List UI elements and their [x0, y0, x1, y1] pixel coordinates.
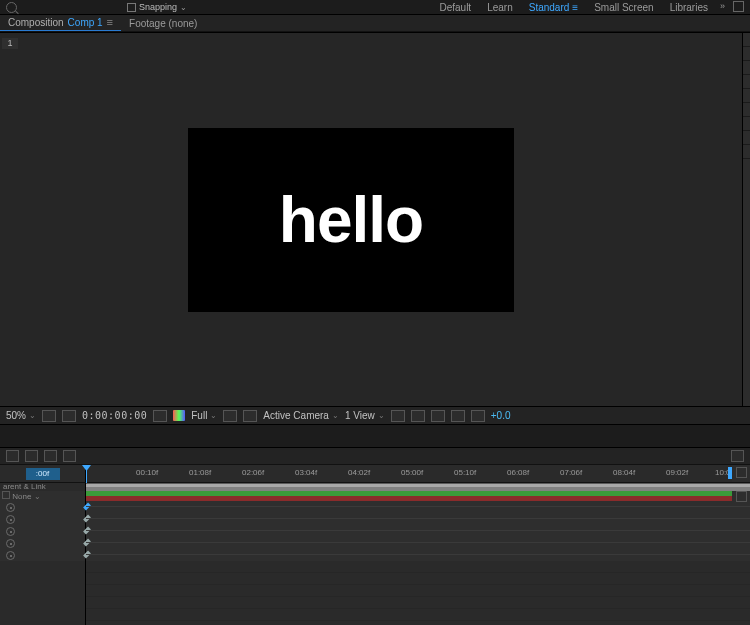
graph-editor-icon[interactable] [731, 450, 744, 462]
viewer-footer: 50% ⌄ 0:00:00:00 Full ⌄ Active Camera ⌄ … [0, 407, 750, 425]
composition-canvas[interactable]: hello [188, 128, 514, 312]
more-workspaces-icon[interactable]: » [720, 1, 725, 14]
work-area-row: arent & Link [0, 483, 750, 491]
views-dropdown[interactable]: 1 View ⌄ [345, 410, 385, 421]
time-ruler-row: :00f 00:10f 01:08f 02:06f 03:04f 04:02f … [0, 465, 750, 483]
views-value: 1 View [345, 410, 375, 421]
workspace-learn[interactable]: Learn [483, 1, 517, 14]
search-icon[interactable] [6, 2, 17, 13]
transform-properties [0, 501, 750, 561]
property-row[interactable] [0, 537, 750, 549]
snapshot-icon[interactable] [153, 410, 167, 422]
parent-dropdown[interactable]: None ⌄ [2, 492, 41, 501]
resolution-dropdown[interactable]: Full ⌄ [191, 410, 217, 421]
panel-gap [0, 425, 750, 447]
view-option-icon[interactable] [411, 410, 425, 422]
tab-menu-icon[interactable]: ≡ [107, 17, 113, 28]
ruler-tick: 04:02f [348, 468, 370, 477]
ruler-tick: 08:04f [613, 468, 635, 477]
camera-dropdown[interactable]: Active Camera ⌄ [263, 410, 339, 421]
work-area-bar[interactable] [86, 483, 750, 491]
composition-viewer[interactable]: 1 hello [0, 32, 750, 407]
ruler-tick: 02:06f [242, 468, 264, 477]
viewer-number-badge: 1 [2, 38, 18, 49]
stopwatch-icon[interactable] [6, 539, 15, 548]
menu-icon: ≡ [572, 2, 578, 13]
snapping-toggle[interactable]: Snapping ⌄ [127, 2, 187, 12]
resolution-value: Full [191, 410, 207, 421]
stopwatch-icon[interactable] [6, 515, 15, 524]
footage-tab[interactable]: Footage (none) [121, 18, 205, 29]
tab-prefix: Composition [8, 17, 64, 28]
workspace-default[interactable]: Default [435, 1, 475, 14]
property-row[interactable] [0, 501, 750, 513]
ruler-tick: 06:08f [507, 468, 529, 477]
panel-tabs: Composition Comp 1 ≡ Footage (none) [0, 14, 750, 32]
playhead-time: :00f [26, 468, 60, 480]
view-option-icon[interactable] [431, 410, 445, 422]
camera-value: Active Camera [263, 410, 329, 421]
layer-row[interactable]: None ⌄ [0, 491, 750, 501]
time-ruler[interactable]: 00:10f 01:08f 02:06f 03:04f 04:02f 05:00… [86, 465, 732, 482]
ruler-tick: 05:10f [454, 468, 476, 477]
chevron-down-icon: ⌄ [378, 411, 385, 420]
parent-link-header: arent & Link [0, 483, 86, 491]
mask-icon[interactable] [62, 410, 76, 422]
empty-track-area[interactable] [0, 561, 750, 625]
chevron-down-icon: ⌄ [332, 411, 339, 420]
property-row[interactable] [0, 549, 750, 561]
workspace-standard[interactable]: Standard ≡ [525, 1, 582, 14]
grid-icon[interactable] [42, 410, 56, 422]
composition-name: Comp 1 [68, 17, 103, 28]
layer-switch-icon[interactable] [63, 450, 76, 462]
right-tool-rail [742, 33, 750, 406]
transparency-icon[interactable] [223, 410, 237, 422]
exposure-value[interactable]: +0.0 [491, 410, 511, 421]
current-timecode[interactable]: 0:00:00:00 [82, 410, 147, 421]
layer-duration-bar[interactable] [86, 491, 732, 501]
view-option-icon[interactable] [451, 410, 465, 422]
ruler-tick: 00:10f [136, 468, 158, 477]
zoom-value: 50% [6, 410, 26, 421]
property-row[interactable] [0, 525, 750, 537]
chevron-down-icon: ⌄ [34, 492, 41, 501]
pickwhip-icon[interactable] [2, 491, 10, 499]
snapping-label: Snapping [139, 2, 177, 12]
comp-marker-icon[interactable] [736, 467, 747, 478]
channel-icon[interactable] [173, 410, 185, 421]
checkbox-icon [127, 3, 136, 12]
playhead-chip[interactable]: :00f [0, 465, 86, 482]
workspace-switcher: Default Learn Standard ≡ Small Screen Li… [435, 1, 750, 14]
region-icon[interactable] [243, 410, 257, 422]
zoom-dropdown[interactable]: 50% ⌄ [6, 410, 36, 421]
workspace-bar: Snapping ⌄ Default Learn Standard ≡ Smal… [0, 0, 750, 14]
timeline-header [0, 447, 750, 465]
property-row[interactable] [0, 513, 750, 525]
ruler-tick: 03:04f [295, 468, 317, 477]
workspace-small-screen[interactable]: Small Screen [590, 1, 657, 14]
stopwatch-icon[interactable] [6, 527, 15, 536]
workspace-standard-label: Standard [529, 2, 570, 13]
layer-switch-icon[interactable] [25, 450, 38, 462]
ruler-tick: 05:00f [401, 468, 423, 477]
stopwatch-icon[interactable] [6, 503, 15, 512]
composition-tab[interactable]: Composition Comp 1 ≡ [0, 15, 121, 31]
ruler-tick: 07:06f [560, 468, 582, 477]
workspace-libraries[interactable]: Libraries [666, 1, 712, 14]
view-option-icon[interactable] [471, 410, 485, 422]
ruler-tick: 01:08f [189, 468, 211, 477]
layer-switch-icon[interactable] [44, 450, 57, 462]
panel-icon[interactable] [733, 1, 744, 12]
layer-switch-icon[interactable] [6, 450, 19, 462]
text-layer-content: hello [279, 183, 423, 257]
chevron-down-icon: ⌄ [180, 3, 187, 12]
ruler-tick: 09:02f [666, 468, 688, 477]
chevron-down-icon: ⌄ [29, 411, 36, 420]
parent-value: None [12, 492, 31, 501]
current-time-indicator[interactable] [86, 465, 87, 483]
stopwatch-icon[interactable] [6, 551, 15, 560]
view-option-icon[interactable] [391, 410, 405, 422]
chevron-down-icon: ⌄ [210, 411, 217, 420]
